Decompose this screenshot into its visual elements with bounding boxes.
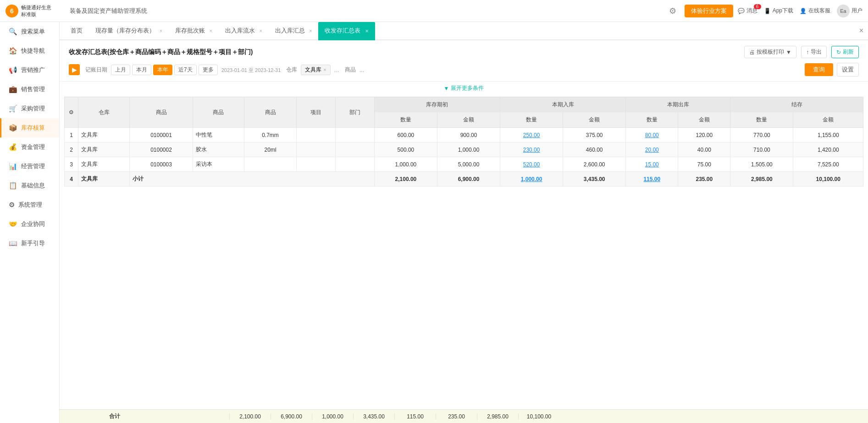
expand-conditions-button[interactable]: ▼ 展开更多条件 — [444, 84, 484, 92]
finance-icon: 💰 — [9, 143, 17, 151]
logo-text: 畅捷通好生意 标准版 — [21, 4, 51, 17]
settings-filter-button[interactable]: 设置 — [837, 63, 859, 77]
sidebar-item-marketing[interactable]: 📢 营销推广 — [0, 60, 59, 80]
tab-close-recv-send[interactable]: × — [365, 27, 369, 34]
sidebar-item-finance[interactable]: 💰 资金管理 — [0, 137, 59, 157]
settings-icon[interactable]: ⚙ — [665, 4, 680, 18]
online-service-action[interactable]: 👤 在线客服 — [800, 7, 830, 15]
tab-bar: 首页 现存量（库存分布表） × 库存批次账 × 出入库流水 × 出入库汇总 × … — [60, 22, 868, 40]
purchase-icon: 🛒 — [9, 104, 17, 113]
total-in-amt: 3,435.00 — [353, 413, 394, 420]
table-row: 1 文具库 0100001 中性笔 0.7mm 600.00 900.00 25… — [65, 128, 863, 143]
tab-recv-send[interactable]: 收发存汇总表 × — [318, 22, 375, 40]
sidebar-item-inventory[interactable]: 📦 库存核算 — [0, 118, 59, 137]
date-btn-7days[interactable]: 近7天 — [174, 65, 197, 75]
date-btn-last-month[interactable]: 上月 — [111, 65, 130, 75]
col-warehouse-header: 仓库 — [78, 97, 130, 128]
col-open-qty: 数量 — [374, 112, 437, 128]
top-header: 6 畅捷通好生意 标准版 装备及固定资产辅助管理系统 ⚙ 体验行业方案 💬 消息… — [0, 0, 868, 22]
col-out-qty: 数量 — [626, 112, 678, 128]
page-title: 收发存汇总表(按仓库＋商品编码＋商品＋规格型号＋项目＋部门) — [69, 48, 253, 56]
filter-product-group: 商品 ... — [345, 66, 365, 74]
table-row: 3 文具库 0100003 采访本 1,000.00 5,000.00 520.… — [65, 157, 863, 172]
total-bal-amt: 10,100.00 — [518, 413, 559, 420]
tab-close-batch[interactable]: × — [210, 28, 212, 33]
in-qty-link[interactable]: 250.00 — [500, 128, 563, 143]
total-open-amt: 6,900.00 — [271, 413, 312, 420]
subtotal-out-qty-link[interactable]: 115.00 — [626, 172, 678, 187]
data-table: ⚙ 仓库 商品 商品 商品 项目 部门 库存期初 本期入库 本期出库 结存 — [64, 97, 863, 187]
in-qty-link[interactable]: 230.00 — [500, 143, 563, 157]
out-qty-link[interactable]: 20.00 — [626, 143, 678, 157]
sidebar-item-quick-nav[interactable]: 🏠 快捷导航 — [0, 41, 59, 60]
print-button[interactable]: 🖨 按模板打印 ▼ — [744, 46, 796, 58]
filter-warehouse-group: 仓库 文具库 × ... — [286, 65, 339, 75]
product-filter-label: 商品 — [345, 66, 356, 74]
tab-flow[interactable]: 出入库流水 × — [219, 22, 269, 40]
tab-close-summary[interactable]: × — [310, 28, 312, 33]
col-sku-name-header: 商品 — [193, 97, 244, 128]
date-btn-more[interactable]: 更多 — [199, 65, 218, 75]
page-actions: 🖨 按模板打印 ▼ ↑ 导出 ↻ 刷新 — [744, 46, 859, 58]
top-nav-actions: 💬 消息 6 📱 App下载 👤 在线客服 Ea 用户 — [738, 5, 862, 17]
tab-home[interactable]: 首页 — [64, 22, 89, 40]
content-area: 首页 现存量（库存分布表） × 库存批次账 × 出入库流水 × 出入库汇总 × … — [60, 22, 868, 423]
page-header: 收发存汇总表(按仓库＋商品编码＋商品＋规格型号＋项目＋部门) 🖨 按模板打印 ▼… — [60, 40, 868, 58]
col-balance-header: 结存 — [730, 97, 863, 113]
out-qty-link[interactable]: 15.00 — [626, 157, 678, 172]
tab-inventory-dist[interactable]: 现存量（库存分布表） × — [89, 22, 169, 40]
filter-bar: ▶ 记账日期 上月 本月 本年 近7天 更多 2023-01-01 至 2023… — [60, 58, 868, 82]
user-action[interactable]: Ea 用户 — [837, 5, 862, 17]
experience-button[interactable]: 体验行业方案 — [685, 5, 733, 17]
sidebar-item-operations[interactable]: 📊 经营管理 — [0, 157, 59, 176]
warehouse-tag-close[interactable]: × — [323, 67, 326, 72]
out-qty-link[interactable]: 80.00 — [626, 128, 678, 143]
refresh-button[interactable]: ↻ 刷新 — [831, 46, 859, 58]
date-btn-this-year[interactable]: 本年 — [153, 65, 172, 75]
sidebar-item-guide[interactable]: 📖 新手引导 — [0, 234, 59, 253]
in-qty-link[interactable]: 520.00 — [500, 157, 563, 172]
warehouse-filter-ellipsis[interactable]: ... — [334, 66, 339, 73]
col-settings-header[interactable]: ⚙ — [65, 97, 78, 128]
col-out-amt: 金额 — [678, 112, 730, 128]
inventory-icon: 📦 — [9, 124, 17, 132]
filter-toggle-button[interactable]: ▶ — [69, 64, 80, 75]
sidebar-item-enterprise[interactable]: 🤝 企业协同 — [0, 214, 59, 234]
date-quick-buttons: 上月 本月 本年 近7天 更多 — [111, 65, 218, 75]
tab-summary[interactable]: 出入库汇总 × — [269, 22, 319, 40]
col-project-header: 项目 — [297, 97, 336, 128]
subtotal-in-qty-link[interactable]: 1,000.00 — [500, 172, 563, 187]
system-title: 装备及固定资产辅助管理系统 — [70, 7, 661, 15]
sidebar-item-search[interactable]: 🔍 搜索菜单 — [0, 22, 59, 41]
guide-icon: 📖 — [9, 239, 17, 247]
tab-close-inventory-dist[interactable]: × — [160, 28, 162, 33]
search-icon: 🔍 — [9, 27, 17, 36]
col-opening-stock-header: 库存期初 — [374, 97, 500, 113]
col-bal-amt: 金额 — [793, 112, 863, 128]
export-button[interactable]: ↑ 导出 — [801, 46, 827, 58]
app-download-action[interactable]: 📱 App下载 — [764, 7, 793, 15]
sidebar-item-purchase[interactable]: 🛒 采购管理 — [0, 99, 59, 118]
query-button[interactable]: 查询 — [805, 63, 833, 76]
date-range-display: 2023-01-01 至 2023-12-31 — [221, 67, 281, 74]
col-in-amt: 金额 — [563, 112, 626, 128]
filter-date-group: 记账日期 上月 本月 本年 近7天 更多 2023-01-01 至 2023-1… — [85, 65, 281, 75]
product-filter-ellipsis[interactable]: ... — [359, 66, 365, 73]
col-in-qty: 数量 — [500, 112, 563, 128]
col-current-in-header: 本期入库 — [500, 97, 626, 113]
date-btn-this-month[interactable]: 本月 — [132, 65, 151, 75]
home-icon: 🏠 — [9, 47, 17, 55]
total-in-qty: 1,000.00 — [312, 413, 353, 420]
sidebar-item-sales[interactable]: 💼 销售管理 — [0, 80, 59, 99]
total-out-amt: 235.00 — [436, 413, 477, 420]
total-bal-qty: 2,985.00 — [477, 413, 518, 420]
sidebar-item-system[interactable]: ⚙ 系统管理 — [0, 195, 59, 214]
close-all-tabs[interactable]: × — [859, 27, 863, 35]
col-sku-spec-header: 商品 — [244, 97, 297, 128]
date-filter-label: 记账日期 — [85, 66, 107, 74]
col-sku-code-header: 商品 — [130, 97, 193, 128]
tab-batch[interactable]: 库存批次账 × — [169, 22, 219, 40]
sidebar-item-basic[interactable]: 📋 基础信息 — [0, 176, 59, 195]
message-action[interactable]: 💬 消息 6 — [738, 7, 757, 15]
tab-close-flow[interactable]: × — [260, 28, 262, 33]
